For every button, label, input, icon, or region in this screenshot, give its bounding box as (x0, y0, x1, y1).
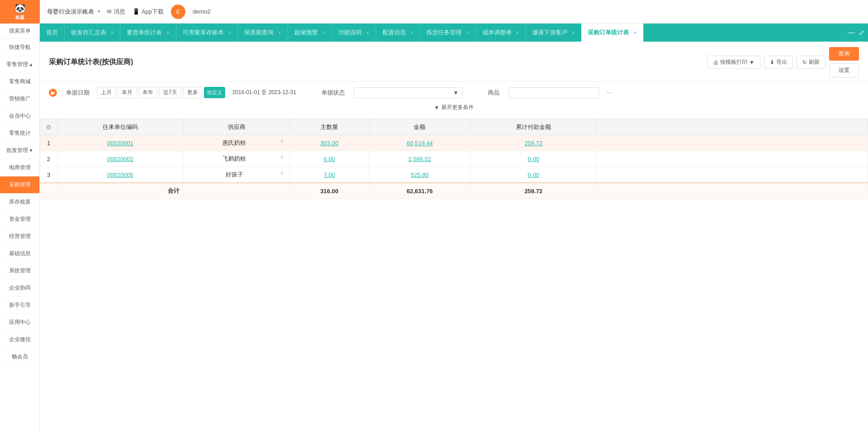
tab-expiry-query[interactable]: 保质期查询 × (238, 24, 288, 42)
status-select[interactable]: ▼ (354, 87, 462, 98)
tab-close-icon[interactable]: × (322, 30, 325, 35)
tab-home-label: 首页 (46, 29, 58, 37)
tab-close-icon[interactable]: × (228, 30, 231, 35)
sidebar-item-label: 零售管理 (6, 61, 28, 68)
setting-label: 设置 (839, 67, 849, 73)
workspace-dropdown[interactable]: 母婴行业演示账表 ▼ (47, 8, 101, 16)
sidebar-item-enterprise-wechat[interactable]: 企业微信 (0, 331, 39, 348)
this-year-button[interactable]: 本年 (138, 87, 157, 98)
download-icon: 📱 (132, 8, 140, 15)
last-month-button[interactable]: 上月 (97, 87, 116, 98)
sidebar-item-new-guide[interactable]: 新手引导 (0, 297, 39, 314)
user-avatar[interactable]: E (171, 5, 185, 19)
tab-close-icon[interactable]: × (111, 30, 113, 35)
row-amount-cell: 1,586.52 (369, 151, 470, 167)
tab-order-stats[interactable]: 要货单统计表 × (120, 24, 176, 42)
footer-label-col: 合计 (57, 183, 290, 199)
message-label: 消息 (113, 8, 125, 16)
page-actions: 🖨 按模板打印 ▼ ⬇ 导出 ↻ 刷新 查询 设置 (707, 47, 859, 77)
sidebar-item-enterprise-collab[interactable]: 企业协同 (0, 280, 39, 297)
tab-overstock-warning[interactable]: 超储预警 × (288, 24, 332, 42)
tab-pick-task-mgmt[interactable]: 拣货任务管理 × (420, 24, 476, 42)
tab-close-icon[interactable]: × (166, 30, 169, 35)
tab-close-icon[interactable]: × (633, 30, 636, 35)
filter-row-1: ▶ 单据日期 上月 本月 本年 近7天 更多 自定义 2016-01-01 至 … (49, 87, 859, 98)
more-fields-icon[interactable]: ··· (606, 89, 612, 97)
tab-home[interactable]: 首页 (40, 24, 65, 42)
tab-label: 配置信息 (382, 29, 406, 37)
tab-invite-customer[interactable]: 邀请下游客户 × (526, 24, 581, 42)
sidebar-item-basic-info[interactable]: 基础信息 (0, 245, 39, 262)
sidebar-item-label: 零售统计 (9, 130, 31, 136)
row-code-cell: 00020002 (57, 151, 184, 167)
footer-amount: 62,631.76 (369, 183, 470, 199)
sidebar-item-label: 库存核算 (9, 199, 31, 205)
tab-available-stock[interactable]: 可用量库存账本 × (176, 24, 238, 42)
tab-purchase-order-stats[interactable]: 采购订单统计表 × (581, 24, 643, 42)
sidebar-item-inventory-check[interactable]: 库存核算 (0, 194, 39, 211)
sidebar-item-ecommerce-mgmt[interactable]: 电商管理 (0, 159, 39, 176)
row-extra-cell (597, 135, 868, 151)
more-date-button[interactable]: 更多 (183, 87, 202, 98)
7days-button[interactable]: 近7天 (159, 87, 181, 98)
app-download-button[interactable]: 📱 App下载 (132, 8, 164, 16)
sidebar-item-marketing[interactable]: 营销推广 (0, 90, 39, 108)
settings-col-header[interactable]: ⚙ (40, 119, 57, 135)
tab-label: 拣货任务管理 (426, 29, 462, 37)
sidebar: 🐼 标题 搜索英单 快捷导航 零售管理 ▲ 零售商城 营销推广 会员中心 零售统… (0, 0, 40, 433)
date-quick-btns: 上月 本月 本年 近7天 更多 自定义 (97, 87, 225, 98)
sidebar-item-search[interactable]: 搜索英单 (0, 24, 39, 39)
row-code-cell: 00020005 (57, 167, 184, 183)
message-icon: ✉ (107, 8, 112, 15)
tab-config-info[interactable]: 配置信息 × (376, 24, 420, 42)
tab-minimize-button[interactable]: — (848, 29, 855, 37)
tab-close-icon[interactable]: × (466, 30, 469, 35)
sidebar-item-retail-shop[interactable]: 零售商城 (0, 73, 39, 90)
refresh-button[interactable]: ↻ 刷新 (797, 56, 826, 69)
tab-function-desc[interactable]: 功能说明 × (332, 24, 376, 42)
tab-right-actions: — ⤢ (844, 29, 868, 37)
sidebar-item-app-center[interactable]: 应用中心 (0, 314, 39, 331)
custom-date-button[interactable]: 自定义 (204, 87, 225, 98)
tab-close-icon[interactable]: × (516, 30, 519, 35)
tab-close-icon[interactable]: × (410, 30, 413, 35)
tab-close-icon[interactable]: × (572, 30, 575, 35)
sidebar-item-quick-nav[interactable]: 快捷导航 (0, 39, 39, 56)
expand-supplier-icon[interactable]: ▼ (279, 155, 284, 160)
refresh-label: 刷新 (809, 58, 820, 66)
filter-toggle-arrow[interactable]: ▶ (49, 89, 57, 97)
sidebar-item-system-mgmt[interactable]: 系统管理 (0, 262, 39, 280)
tab-label: 收发存汇总表 (71, 29, 106, 37)
query-button[interactable]: 查询 (829, 47, 859, 61)
expand-filter-button[interactable]: ▼ 展开更多条件 (430, 102, 477, 113)
expand-supplier-icon[interactable]: ▼ (279, 171, 284, 176)
row-paid-cell: 0.00 (471, 151, 597, 167)
print-button[interactable]: 🖨 按模板打印 ▼ (707, 56, 760, 69)
tab-close-icon[interactable]: × (366, 30, 369, 35)
sidebar-item-member-center[interactable]: 会员中心 (0, 108, 39, 125)
export-button[interactable]: ⬇ 导出 (764, 56, 793, 69)
sidebar-item-ops-mgmt[interactable]: 经营管理 (0, 228, 39, 245)
tab-cost-adjust[interactable]: 成本调整单 × (476, 24, 526, 42)
sidebar-item-label: 经营管理 (9, 233, 31, 239)
sidebar-item-vip-member[interactable]: 畅会员 (0, 348, 39, 366)
goods-input[interactable] (509, 87, 599, 98)
expand-supplier-icon[interactable]: ▼ (279, 139, 284, 144)
sidebar-item-finance-mgmt[interactable]: 资金管理 (0, 211, 39, 228)
sidebar-item-purchase-mgmt[interactable]: 采购管理 (0, 176, 39, 194)
sidebar-item-retail-stats[interactable]: 零售统计 (0, 125, 39, 142)
footer-paid: 259.72 (471, 183, 597, 199)
sidebar-item-label: 企业微信 (9, 336, 31, 343)
sidebar-item-retail-mgmt[interactable]: 零售管理 ▲ (0, 56, 39, 73)
sidebar-item-wholesale-mgmt[interactable]: 批发管理 ▼ (0, 142, 39, 159)
tab-receive-summary[interactable]: 收发存汇总表 × (65, 24, 120, 42)
sidebar-item-label: 基础信息 (9, 250, 31, 257)
message-button[interactable]: ✉ 消息 (107, 8, 125, 16)
tab-maximize-button[interactable]: ⤢ (859, 29, 864, 37)
tab-close-icon[interactable]: × (278, 30, 281, 35)
settings-icon[interactable]: ⚙ (46, 124, 52, 131)
setting-button[interactable]: 设置 (829, 63, 859, 77)
data-table-container: ⚙ 往来单位编码 供应商 主数量 金额 (40, 119, 868, 433)
col-header-extra (597, 119, 868, 135)
this-month-button[interactable]: 本月 (118, 87, 137, 98)
